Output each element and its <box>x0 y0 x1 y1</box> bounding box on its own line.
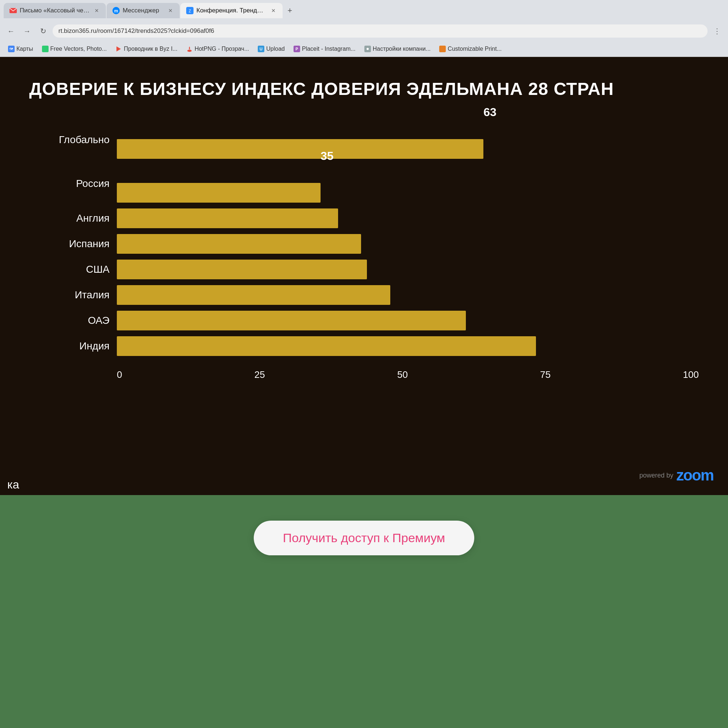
extensions-button[interactable]: ⋮ <box>710 24 723 38</box>
bookmark-upload[interactable]: U Upload <box>254 44 288 54</box>
tab-mail-label: Письмо «Кассовый чек 1324... <box>20 7 90 14</box>
hotpng-icon <box>186 46 193 52</box>
svg-text:U: U <box>260 47 263 51</box>
new-tab-button[interactable]: + <box>283 4 297 17</box>
map-icon: 🗺 <box>8 46 15 52</box>
mail-icon <box>9 7 17 14</box>
browser-chrome: Письмо «Кассовый чек 1324... ✕ m Мессенд… <box>0 0 728 57</box>
axis-label: 50 <box>397 369 408 381</box>
bookmark-provodnik[interactable]: Проводник в Byz I... <box>112 44 181 54</box>
bar-value-label: 63 <box>483 106 497 119</box>
zoom-watermark: powered by zoom <box>639 466 713 484</box>
nastroyki-icon <box>364 46 371 52</box>
svg-rect-7 <box>42 46 49 52</box>
green-footer: Получить доступ к Премиум <box>0 495 728 581</box>
chart-bar-wrap <box>117 336 699 356</box>
tab-messenger[interactable]: m Мессенджер ✕ <box>107 3 180 18</box>
svg-text:P: P <box>295 47 298 51</box>
chart-bar-label: Россия <box>29 178 110 190</box>
svg-point-15 <box>367 48 369 50</box>
axis-label: 25 <box>254 369 265 381</box>
svg-text:🗺: 🗺 <box>9 47 13 51</box>
chart-row: Италия <box>29 285 699 305</box>
chart-bar-label: Испания <box>29 238 110 250</box>
axis-label: 100 <box>683 369 699 381</box>
svg-text:m: m <box>114 8 118 14</box>
slide-area: ДОВЕРИЕ К БИЗНЕСУ ИНДЕКС ДОВЕРИЯ ЭДЕЛЬМА… <box>0 57 728 495</box>
customizable-icon <box>439 46 446 52</box>
chart-row: Россия35 <box>29 165 699 203</box>
bookmark-customizable-label: Customizable Print... <box>448 46 502 52</box>
address-text: rt.bizon365.ru/room/167142/trends2025?cl… <box>58 28 214 35</box>
refresh-button[interactable]: ↻ <box>37 24 50 38</box>
address-bar-row: ← → ↻ rt.bizon365.ru/room/167142/trends2… <box>0 21 728 41</box>
chart-bar <box>117 208 338 228</box>
chart-bar <box>117 183 321 203</box>
chart-row: США <box>29 260 699 279</box>
tab-mail-close[interactable]: ✕ <box>93 7 100 14</box>
placeit-icon: P <box>294 46 300 52</box>
bookmark-karty-label: Карты <box>17 46 33 52</box>
chart-bar <box>117 139 483 159</box>
chart-row: Испания <box>29 234 699 254</box>
chart-bar-label: Англия <box>29 213 110 224</box>
chart-bar-wrap: 63 <box>117 121 699 159</box>
axis-label: 75 <box>540 369 551 381</box>
bookmark-nastroyki-label: Настройки компани... <box>373 46 431 52</box>
tab-mail[interactable]: Письмо «Кассовый чек 1324... ✕ <box>4 3 106 18</box>
bookmark-placeit[interactable]: P Placeit - Instagram... <box>290 44 359 54</box>
chart-container: Глобально63Россия35АнглияИспанияСШАИтали… <box>29 121 699 362</box>
svg-marker-8 <box>116 46 121 52</box>
chart-bar-wrap <box>117 311 699 330</box>
freevectors-icon <box>42 46 49 52</box>
chart-row: Глобально63 <box>29 121 699 159</box>
svg-rect-16 <box>439 46 446 52</box>
tab-bar: Письмо «Кассовый чек 1324... ✕ m Мессенд… <box>0 0 728 21</box>
slide-title: ДОВЕРИЕ К БИЗНЕСУ ИНДЕКС ДОВЕРИЯ ЭДЕЛЬМА… <box>29 79 699 99</box>
bookmarks-bar: 🗺 Карты Free Vectors, Photo... Проводник… <box>0 41 728 57</box>
chart-bar <box>117 234 361 254</box>
chart-bar-label: Индия <box>29 340 110 352</box>
axis-labels: 0255075100 <box>117 369 699 381</box>
chart-row: Индия <box>29 336 699 356</box>
forward-button[interactable]: → <box>20 24 34 38</box>
axis-label: 0 <box>117 369 122 381</box>
bookmark-hotpng-label: HotPNG - Прозрач... <box>194 46 249 52</box>
zoom-logo: zoom <box>676 466 713 484</box>
svg-text:Z: Z <box>189 9 191 13</box>
chart-bar-label: Италия <box>29 289 110 301</box>
chart-bar <box>117 260 367 279</box>
chart-bar-label: Глобально <box>29 134 110 146</box>
chart-bar-label: ОАЭ <box>29 315 110 326</box>
chart-bar-wrap <box>117 234 699 254</box>
bookmark-karty[interactable]: 🗺 Карты <box>5 44 37 54</box>
tab-conference-close[interactable]: ✕ <box>270 7 277 14</box>
chart-bar-wrap <box>117 285 699 305</box>
premium-button[interactable]: Получить доступ к Премиум <box>254 521 474 555</box>
bookmark-hotpng[interactable]: HotPNG - Прозрач... <box>182 44 252 54</box>
chart-bar <box>117 336 536 356</box>
bookmark-placeit-label: Placeit - Instagram... <box>302 46 356 52</box>
bookmark-freevectors[interactable]: Free Vectors, Photo... <box>38 44 111 54</box>
tab-messenger-close[interactable]: ✕ <box>167 7 174 14</box>
provodnik-icon <box>115 46 122 52</box>
chart-bar <box>117 311 466 330</box>
chart-row: Англия <box>29 208 699 228</box>
conference-icon: Z <box>186 7 194 14</box>
bookmark-freevectors-label: Free Vectors, Photo... <box>50 46 107 52</box>
svg-point-9 <box>187 50 192 52</box>
bookmark-provodnik-label: Проводник в Byz I... <box>124 46 177 52</box>
tab-conference[interactable]: Z Конференция. Тренды для... ✕ <box>180 3 283 18</box>
bookmark-upload-label: Upload <box>266 46 285 52</box>
back-button[interactable]: ← <box>5 24 18 38</box>
chart-axis: 0255075100 <box>29 369 699 381</box>
chart-bar-wrap: 35 <box>117 165 699 203</box>
bookmark-customizable[interactable]: Customizable Print... <box>436 44 505 54</box>
bookmark-nastroyki[interactable]: Настройки компани... <box>361 44 434 54</box>
bar-value-label: 35 <box>321 149 334 163</box>
address-bar[interactable]: rt.bizon365.ru/room/167142/trends2025?cl… <box>53 24 708 38</box>
chart-bar-wrap <box>117 260 699 279</box>
chart-row: ОАЭ <box>29 311 699 330</box>
messenger-icon: m <box>112 7 120 14</box>
tab-messenger-label: Мессенджер <box>123 7 164 14</box>
